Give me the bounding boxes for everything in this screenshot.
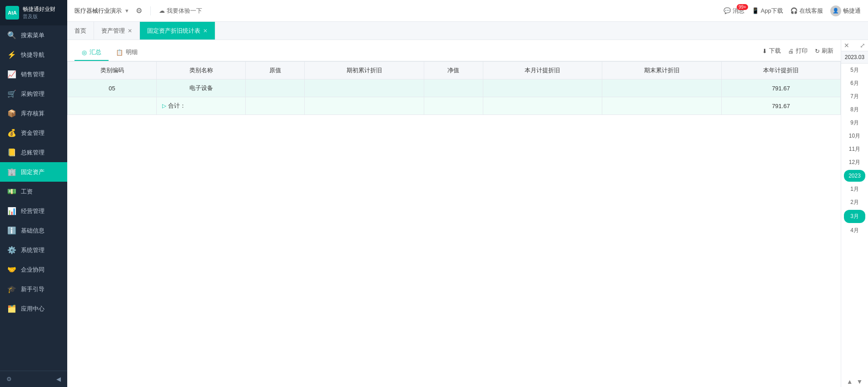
sidebar-collapse-icon[interactable]: ◀ xyxy=(56,376,61,382)
date-item-11[interactable]: 11月 xyxy=(841,143,868,156)
close-assets-tab[interactable]: ✕ xyxy=(128,28,132,34)
total-end-dep xyxy=(602,97,721,115)
date-panel: ✕ ⤢ 2023.03 5月 6月 7月 8月 9月 10月 11月 12月 2… xyxy=(841,40,868,387)
headset-icon: 🎧 xyxy=(790,7,798,14)
detail-tab-icon: 📋 xyxy=(116,49,123,56)
company-name: 医疗器械行业演示 xyxy=(74,7,122,15)
date-item-1[interactable]: 1月 xyxy=(841,183,868,196)
total-net xyxy=(424,97,483,115)
sidebar-item-purchase[interactable]: 🛒 采购管理 xyxy=(0,84,67,104)
date-item-6[interactable]: 6月 xyxy=(841,77,868,90)
sidebar-item-fixed-assets[interactable]: 🏢 固定资产 xyxy=(0,162,67,182)
sidebar-footer: ⚙ ◀ xyxy=(0,371,67,387)
main-content: 医疗器械行业演示 ▾ ⚙ ☁ 我要体验一下 💬 消息 99+ 📱 App下载 🎧… xyxy=(67,0,868,387)
tab-assets[interactable]: 资产管理 ✕ xyxy=(94,22,140,40)
sidebar-item-search[interactable]: 🔍 搜索菜单 xyxy=(0,25,67,45)
print-button[interactable]: 🖨 打印 xyxy=(788,47,808,55)
date-nav-down[interactable]: ▼ xyxy=(857,378,863,385)
sidebar-item-system[interactable]: ⚙️ 系统管理 xyxy=(0,240,67,260)
gear-icon: ⚙️ xyxy=(7,246,16,254)
company-settings-icon[interactable]: ⚙ xyxy=(136,6,142,15)
toolbar-right: ⬇ 下载 🖨 打印 ↻ 刷新 xyxy=(762,47,833,59)
col-monthly-dep: 本月计提折旧 xyxy=(483,62,602,79)
app-download-button[interactable]: 📱 App下载 xyxy=(752,7,783,15)
close-depreciation-tab[interactable]: ✕ xyxy=(203,28,208,34)
sidebar-item-basicinfo[interactable]: ℹ️ 基础信息 xyxy=(0,221,67,240)
building-icon: 🏢 xyxy=(7,168,16,176)
sidebar-item-finance[interactable]: 💰 资金管理 xyxy=(0,123,67,143)
search-icon: 🔍 xyxy=(7,31,16,40)
cell-initial-dep xyxy=(305,79,424,97)
panel-expand-btn[interactable]: ⤢ xyxy=(860,42,865,49)
sidebar-item-wage[interactable]: 💵 工资 xyxy=(0,182,67,201)
cloud-icon: ☁ xyxy=(159,7,165,14)
info-icon: ℹ️ xyxy=(7,226,16,235)
sub-tab-detail[interactable]: 📋 明细 xyxy=(109,45,145,61)
box-icon: 📦 xyxy=(7,109,16,118)
date-item-8[interactable]: 8月 xyxy=(841,103,868,116)
tab-home[interactable]: 首页 xyxy=(67,22,94,40)
cell-name: 电子设备 xyxy=(157,79,246,97)
app-logo-text: 畅捷通好业财 普及版 xyxy=(23,5,55,20)
download-button[interactable]: ⬇ 下载 xyxy=(762,47,781,55)
refresh-button[interactable]: ↻ 刷新 xyxy=(815,47,833,55)
total-expand-icon[interactable]: ▷ xyxy=(162,103,166,109)
money-icon: 💰 xyxy=(7,129,16,137)
col-net: 净值 xyxy=(424,62,483,79)
book-icon: 📒 xyxy=(7,148,16,157)
col-code: 类别编码 xyxy=(68,62,157,79)
refresh-icon: ↻ xyxy=(815,48,820,55)
sidebar-item-quicknav[interactable]: ⚡ 快捷导航 xyxy=(0,45,67,64)
online-service-button[interactable]: 🎧 在线客服 xyxy=(790,7,823,15)
date-item-5[interactable]: 5月 xyxy=(841,64,868,77)
messages-button[interactable]: 💬 消息 99+ xyxy=(724,7,744,15)
date-item-year-2023[interactable]: 2023 xyxy=(844,170,865,182)
depreciation-table-wrapper: 类别编码 类别名称 原值 期初累计折旧 净值 本月计提折旧 期末累计折旧 本年计… xyxy=(67,61,841,387)
sidebar-item-apps[interactable]: 🗂️ 应用中心 xyxy=(0,299,67,318)
tab-depreciation[interactable]: 固定资产折旧统计表 ✕ xyxy=(140,22,215,40)
date-item-4[interactable]: 4月 xyxy=(841,224,868,237)
total-name: ▷ 合计： xyxy=(157,97,246,115)
print-icon: 🖨 xyxy=(788,48,794,55)
col-original: 原值 xyxy=(246,62,305,79)
download-icon: ⬇ xyxy=(762,48,767,55)
sidebar-nav: 🔍 搜索菜单 ⚡ 快捷导航 📈 销售管理 🛒 采购管理 📦 库存核算 💰 资金管… xyxy=(0,25,67,371)
sidebar-item-ledger[interactable]: 📒 总账管理 xyxy=(0,143,67,162)
message-badge: 99+ xyxy=(737,4,748,10)
col-end-dep: 期末累计折旧 xyxy=(602,62,721,79)
sidebar-item-enterprise[interactable]: 🤝 企业协同 xyxy=(0,260,67,279)
sidebar-item-sales[interactable]: 📈 销售管理 xyxy=(0,64,67,84)
topbar-right: 💬 消息 99+ 📱 App下载 🎧 在线客服 👤 畅捷通 xyxy=(724,5,861,16)
total-initial-dep xyxy=(305,97,424,115)
date-nav-up[interactable]: ▲ xyxy=(847,378,853,385)
sidebar-settings-icon[interactable]: ⚙ xyxy=(6,376,12,382)
handshake-icon: 🤝 xyxy=(7,265,16,274)
message-icon: 💬 xyxy=(724,7,731,14)
sidebar-item-management[interactable]: 📊 经营管理 xyxy=(0,201,67,221)
divider xyxy=(150,6,151,15)
date-item-7[interactable]: 7月 xyxy=(841,90,868,103)
date-item-10[interactable]: 10月 xyxy=(841,129,868,143)
cell-net xyxy=(424,79,483,97)
panel-close-btn[interactable]: ✕ xyxy=(844,42,849,49)
date-nav: ▲ ▼ xyxy=(841,376,868,387)
main-panel: ◎ 汇总 📋 明细 ⬇ 下载 🖨 打印 xyxy=(67,40,841,387)
sidebar-item-newbie[interactable]: 🎓 新手引导 xyxy=(0,279,67,299)
guide-icon: 🎓 xyxy=(7,285,16,293)
date-item-2[interactable]: 2月 xyxy=(841,196,868,209)
company-dropdown-icon[interactable]: ▾ xyxy=(125,7,129,14)
date-item-9[interactable]: 9月 xyxy=(841,116,868,129)
cell-end-dep xyxy=(602,79,721,97)
sub-tab-summary[interactable]: ◎ 汇总 xyxy=(74,45,109,61)
sidebar-item-inventory[interactable]: 📦 库存核算 xyxy=(0,104,67,123)
try-button[interactable]: ☁ 我要体验一下 xyxy=(159,7,202,15)
sub-tabs-bar: ◎ 汇总 📋 明细 ⬇ 下载 🖨 打印 xyxy=(67,40,841,61)
topbar-left: 医疗器械行业演示 ▾ ⚙ ☁ 我要体验一下 xyxy=(74,6,202,15)
date-item-12[interactable]: 12月 xyxy=(841,156,868,169)
date-item-3-active[interactable]: 3月 xyxy=(844,210,865,223)
user-avatar: 👤 xyxy=(830,5,841,16)
user-menu[interactable]: 👤 畅捷通 xyxy=(830,5,861,16)
cell-monthly-dep xyxy=(483,79,602,97)
apps-icon: 🗂️ xyxy=(7,304,16,313)
content-area: ◎ 汇总 📋 明细 ⬇ 下载 🖨 打印 xyxy=(67,40,868,387)
